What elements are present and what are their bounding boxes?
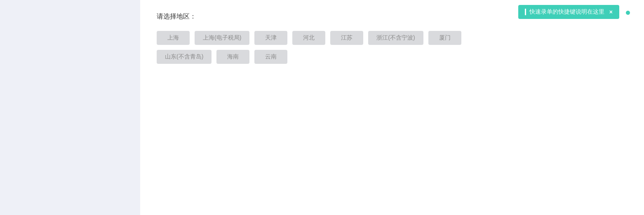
region-button[interactable]: 海南	[216, 50, 249, 64]
region-button[interactable]: 浙江(不含宁波)	[368, 31, 423, 45]
tooltip-dot-indicator	[626, 11, 630, 15]
close-icon[interactable]: ×	[609, 9, 613, 15]
sidebar	[0, 0, 140, 215]
tooltip-bar	[525, 9, 526, 15]
region-button[interactable]: 上海(电子税局)	[195, 31, 249, 45]
region-button-row2: 山东(不含青岛)海南云南	[157, 50, 628, 64]
region-button[interactable]: 河北	[292, 31, 325, 45]
region-button[interactable]: 云南	[254, 50, 287, 64]
region-button[interactable]: 厦门	[428, 31, 461, 45]
main-content: 请选择地区： 上海上海(电子税局)天津河北江苏浙江(不含宁波)厦门 山东(不含青…	[140, 0, 644, 215]
region-button[interactable]: 天津	[254, 31, 287, 45]
tooltip-text: 快速录单的快捷键说明在这里	[529, 8, 604, 16]
region-button[interactable]: 山东(不含青岛)	[157, 50, 212, 64]
region-button[interactable]: 江苏	[330, 31, 363, 45]
tooltip-banner: 快速录单的快捷键说明在这里 ×	[518, 5, 619, 19]
region-button-row1: 上海上海(电子税局)天津河北江苏浙江(不含宁波)厦门	[157, 31, 628, 45]
region-button[interactable]: 上海	[157, 31, 190, 45]
